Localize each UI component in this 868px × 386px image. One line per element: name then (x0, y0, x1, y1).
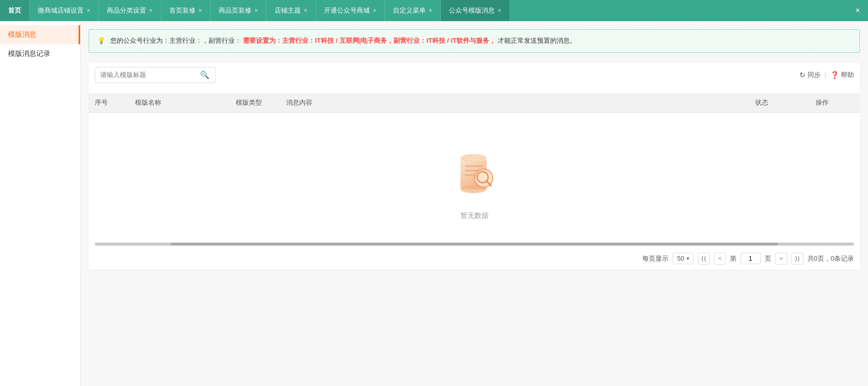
table-header-row: 序号 模版名称 模版类型 消息内容 状态 操作 (89, 93, 860, 113)
col-action: 操作 (810, 93, 860, 113)
pagination-row: 每页显示 50 ▾ ⟨⟨ ＜ 第 页 ＞ ⟩⟩ 共0页，0条记录 (89, 248, 860, 270)
notice-text-suffix: 才能正常发送预置的消息。 (498, 37, 576, 44)
close-menu-icon[interactable]: × (429, 7, 432, 14)
col-name: 模版名称 (129, 93, 230, 113)
empty-state: 暂无数据 (89, 113, 860, 241)
content-area: 💡 您的公众号行业为：主营行业：，副营行业： 需要设置为：主营行业：IT科技 /… (81, 21, 868, 386)
empty-illustration (444, 143, 505, 203)
per-page-label: 每页显示 (642, 254, 669, 263)
prev-page-button[interactable]: ＜ (714, 253, 726, 265)
page-total: 共0页，0条记录 (808, 254, 854, 263)
svg-point-3 (460, 154, 487, 162)
close-homepage-icon[interactable]: × (198, 7, 202, 14)
page-unit: 页 (765, 254, 771, 263)
col-index: 序号 (89, 93, 129, 113)
search-icon: 🔍 (200, 70, 210, 79)
last-page-button[interactable]: ⟩⟩ (791, 253, 804, 265)
sidebar-item-template-msg-log[interactable]: 模版消息记录 (0, 44, 80, 63)
sync-label: 同步 (808, 70, 821, 80)
notice-icon: 💡 (97, 37, 105, 44)
tab-theme[interactable]: 店铺主题 × (266, 0, 316, 21)
empty-text: 暂无数据 (89, 211, 860, 220)
close-mall-icon[interactable]: × (373, 7, 376, 14)
tab-menu-label: 自定义菜单 (393, 6, 426, 15)
close-category-icon[interactable]: × (149, 7, 153, 14)
per-page-chevron-icon: ▾ (687, 256, 689, 261)
toolbar-divider: | (825, 71, 826, 79)
close-template-msg-icon[interactable]: × (498, 7, 501, 14)
close-product-page-icon[interactable]: × (254, 7, 258, 14)
col-status: 状态 (749, 93, 810, 113)
tab-weishangcheng[interactable]: 微商城店铺设置 × (30, 0, 99, 21)
scrollbar-row[interactable] (89, 241, 860, 248)
tab-homepage[interactable]: 首页装修 × (161, 0, 211, 21)
tab-product-page-label: 商品页装修 (219, 6, 251, 15)
help-label: 帮助 (841, 70, 854, 80)
close-all-button[interactable]: × (847, 6, 868, 15)
notice-banner: 💡 您的公众号行业为：主营行业：，副营行业： 需要设置为：主营行业：IT科技 /… (89, 29, 860, 53)
next-page-button[interactable]: ＞ (775, 253, 787, 265)
tab-template-msg-label: 公众号模版消息 (449, 6, 495, 15)
scrollbar-track[interactable] (95, 243, 854, 246)
close-weishangcheng-icon[interactable]: × (87, 7, 90, 14)
scrollbar-thumb[interactable] (171, 243, 778, 246)
notice-highlight: 需要设置为：主营行业：IT科技 / 互联网|电子商务，副营行业：IT科技 / I… (243, 37, 496, 44)
first-page-button[interactable]: ⟨⟨ (698, 253, 710, 265)
page-number-input[interactable] (741, 253, 761, 264)
toolbar-right: ↻ 同步 | ❓ 帮助 (799, 70, 854, 80)
search-input-wrap: 🔍 (95, 67, 216, 83)
col-type: 模版类型 (230, 93, 280, 113)
tab-product-page[interactable]: 商品页装修 × (211, 0, 266, 21)
tab-weishangcheng-label: 微商城店铺设置 (38, 6, 84, 15)
per-page-value: 50 (677, 255, 684, 262)
data-table: 序号 模版名称 模版类型 消息内容 状态 操作 (89, 93, 860, 241)
tab-menu[interactable]: 自定义菜单 × (385, 0, 441, 21)
close-theme-icon[interactable]: × (304, 7, 307, 14)
sync-button[interactable]: ↻ 同步 (799, 70, 821, 80)
tab-category[interactable]: 商品分类设置 × (99, 0, 161, 21)
tab-template-msg[interactable]: 公众号模版消息 × (441, 0, 510, 21)
tab-mall[interactable]: 开通公众号商城 × (316, 0, 385, 21)
help-icon: ❓ (830, 71, 839, 79)
sync-icon: ↻ (799, 71, 806, 79)
tab-homepage-label: 首页装修 (169, 6, 195, 15)
search-input[interactable] (95, 68, 196, 82)
search-row: 🔍 ↻ 同步 | ❓ 帮助 (89, 63, 860, 87)
tab-home-label: 首页 (8, 6, 21, 15)
search-button[interactable]: 🔍 (196, 67, 214, 83)
per-page-select[interactable]: 50 ▾ (673, 253, 693, 264)
help-button[interactable]: ❓ 帮助 (830, 70, 854, 80)
tab-theme-label: 店铺主题 (275, 6, 301, 15)
page-label: 第 (730, 254, 737, 263)
col-content: 消息内容 (280, 93, 749, 113)
tab-home[interactable]: 首页 (0, 0, 30, 21)
main-layout: 模版消息 模版消息记录 💡 您的公众号行业为：主营行业：，副营行业： 需要设置为… (0, 21, 868, 386)
sidebar: 模版消息 模版消息记录 (0, 21, 81, 386)
notice-text-prefix: 您的公众号行业为：主营行业：，副营行业： (110, 37, 241, 44)
sidebar-item-template-msg[interactable]: 模版消息 (0, 25, 80, 44)
tab-mall-label: 开通公众号商城 (324, 6, 370, 15)
tab-category-label: 商品分类设置 (107, 6, 146, 15)
top-nav: 首页 微商城店铺设置 × 商品分类设置 × 首页装修 × 商品页装修 × 店铺主… (0, 0, 868, 21)
